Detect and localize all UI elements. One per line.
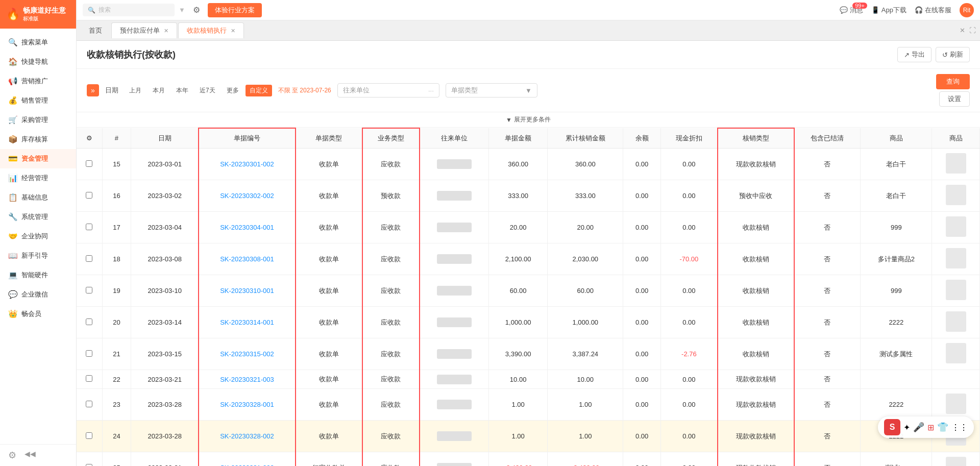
sidebar-item-purchase[interactable]: 🛒 采购管理 xyxy=(0,110,76,130)
cell-checkbox[interactable] xyxy=(77,149,102,180)
bill-type-filter[interactable]: 单据类型 ▼ xyxy=(446,83,537,97)
bill-no-link-21[interactable]: SK-20230315-002 xyxy=(220,350,274,358)
cell-checkbox[interactable] xyxy=(77,275,102,307)
grid-icon[interactable]: ⊞ xyxy=(927,423,934,432)
row-checkbox-21[interactable] xyxy=(86,350,92,357)
apps-icon[interactable]: ⋮⋮ xyxy=(951,423,968,432)
th-goods2: 商品 xyxy=(932,128,980,149)
cell-bill-no-15: SK-20230301-002 xyxy=(199,149,295,180)
online-service-btn[interactable]: 🎧 在线客服 xyxy=(915,6,951,15)
expand-conditions-btn[interactable]: ▼ 展开更多条件 xyxy=(506,115,551,124)
bill-no-link-18[interactable]: SK-20230308-001 xyxy=(220,255,274,263)
bill-no-link-23[interactable]: SK-20230328-001 xyxy=(220,401,274,408)
bill-no-link-15[interactable]: SK-20230301-002 xyxy=(220,160,274,168)
tab-writeoff[interactable]: 收款核销执行 ✕ xyxy=(178,22,244,38)
tab-close-all-icon[interactable]: ✕ xyxy=(960,27,965,34)
guide-icon: 📖 xyxy=(8,251,17,260)
custom-date-btn[interactable]: 自定义 xyxy=(246,85,272,96)
row-checkbox-19[interactable] xyxy=(86,287,92,293)
shirt-icon[interactable]: 👕 xyxy=(937,422,948,433)
collapse-icon[interactable]: ◀◀ xyxy=(24,450,36,461)
message-btn[interactable]: 💬 消息 99+ xyxy=(840,6,863,15)
this-month-btn[interactable]: 本月 xyxy=(148,84,169,97)
sidebar-item-sales[interactable]: 💰 销售管理 xyxy=(0,91,76,110)
cell-total-writeoff-25: -2,430.00 xyxy=(548,452,623,467)
row-checkbox-23[interactable] xyxy=(86,401,92,407)
bill-no-link-17[interactable]: SK-20230304-001 xyxy=(220,224,274,231)
online-service-label: 在线客服 xyxy=(925,6,951,15)
topbar-search[interactable]: 🔍 搜索 xyxy=(83,4,175,16)
mic-icon[interactable]: 🎤 xyxy=(913,422,924,433)
row-checkbox-22[interactable] xyxy=(86,375,92,382)
last-7days-btn[interactable]: 近7天 xyxy=(195,84,220,97)
this-year-btn[interactable]: 本年 xyxy=(172,84,193,97)
more-date-btn[interactable]: 更多 xyxy=(222,84,243,97)
sidebar-item-system[interactable]: 🔧 系统管理 xyxy=(0,207,76,227)
cell-checkbox[interactable] xyxy=(77,243,102,275)
row-checkbox-24[interactable] xyxy=(86,432,92,439)
cell-date-21: 2023-03-15 xyxy=(131,338,199,370)
app-download-btn[interactable]: 📱 App下载 xyxy=(871,6,906,15)
bill-no-link-20[interactable]: SK-20230314-001 xyxy=(220,318,274,326)
sidebar-item-hardware[interactable]: 💻 智能硬件 xyxy=(0,265,76,285)
query-btn[interactable]: 查询 xyxy=(936,74,970,89)
refresh-btn[interactable]: ↺ 刷新 xyxy=(936,47,970,62)
sidebar-item-operation[interactable]: 📊 经营管理 xyxy=(0,168,76,188)
row-checkbox-18[interactable] xyxy=(86,255,92,262)
industry-solution-btn[interactable]: 体验行业方案 xyxy=(208,3,262,17)
th-settings[interactable]: ⚙ xyxy=(77,128,102,149)
export-btn[interactable]: ↗ 导出 xyxy=(897,47,932,62)
row-checkbox-15[interactable] xyxy=(86,160,92,167)
cell-bill-amount-16: 333.00 xyxy=(489,180,548,212)
hardware-icon: 💻 xyxy=(8,271,17,280)
star-icon[interactable]: ✦ xyxy=(903,423,910,432)
bill-no-link-16[interactable]: SK-20230302-002 xyxy=(220,192,274,200)
th-bill-type: 单据类型 xyxy=(296,128,362,149)
sidebar-item-marketing[interactable]: 📢 营销推广 xyxy=(0,71,76,91)
bill-no-link-24[interactable]: SK-20230328-002 xyxy=(220,432,274,440)
bill-no-link-19[interactable]: SK-20230310-001 xyxy=(220,287,274,295)
cell-checkbox[interactable] xyxy=(77,212,102,243)
row-checkbox-16[interactable] xyxy=(86,192,92,199)
tab-home[interactable]: 首页 xyxy=(81,23,110,38)
settings-icon[interactable]: ⚙ xyxy=(8,450,16,461)
sidebar-item-member[interactable]: 👑 畅会员 xyxy=(0,304,76,324)
cell-index-20: 20 xyxy=(102,307,131,338)
setting-btn[interactable]: 设置 xyxy=(939,91,970,107)
tab-home-label: 首页 xyxy=(89,26,102,35)
tab-expand-icon[interactable]: ⛶ xyxy=(969,27,976,34)
bill-no-link-25[interactable]: SK-20230331-002 xyxy=(220,464,274,466)
last-month-btn[interactable]: 上月 xyxy=(125,84,146,97)
topbar-gear-btn[interactable]: ⚙ xyxy=(189,3,204,17)
cell-checkbox[interactable] xyxy=(77,452,102,467)
user-avatar[interactable]: Rit xyxy=(960,3,974,17)
sidebar-item-corp[interactable]: 🤝 企业协同 xyxy=(0,227,76,246)
sidebar-item-guide[interactable]: 📖 新手引导 xyxy=(0,246,76,265)
cell-checkbox[interactable] xyxy=(77,338,102,370)
row-checkbox-17[interactable] xyxy=(86,224,92,230)
cell-total-writeoff-18: 2,030.00 xyxy=(548,243,623,275)
partner-filter[interactable]: 往来单位 ··· xyxy=(337,83,439,97)
bill-no-link-22[interactable]: SK-20230321-003 xyxy=(220,376,274,383)
sidebar-item-search[interactable]: 🔍 搜索菜单 xyxy=(0,33,76,52)
sidebar-item-wechat[interactable]: 💬 企业微信 xyxy=(0,285,76,304)
cell-index-18: 18 xyxy=(102,243,131,275)
cell-writeoff-type-18: 收款核销 xyxy=(718,243,794,275)
row-checkbox-25[interactable] xyxy=(86,464,92,467)
cell-biz-type-15: 应收款 xyxy=(362,149,420,180)
cell-checkbox[interactable] xyxy=(77,389,102,421)
cell-checkbox[interactable] xyxy=(77,421,102,452)
tab-prepayment[interactable]: 预付款应付单 ✕ xyxy=(111,22,177,38)
sidebar-item-quicknav[interactable]: 🏠 快捷导航 xyxy=(0,52,76,71)
cell-checkbox[interactable] xyxy=(77,370,102,389)
row-checkbox-20[interactable] xyxy=(86,318,92,325)
sidebar-item-basic[interactable]: 📋 基础信息 xyxy=(0,188,76,207)
cell-checkbox[interactable] xyxy=(77,180,102,212)
sidebar-item-finance[interactable]: 💳 资金管理 xyxy=(0,149,76,168)
sidebar-item-inventory[interactable]: 📦 库存核算 xyxy=(0,130,76,149)
date-range-text: 不限 至 2023-07-26 xyxy=(278,86,331,95)
cell-checkbox[interactable] xyxy=(77,307,102,338)
filter-toggle-btn[interactable]: » xyxy=(87,84,99,96)
tab-writeoff-close[interactable]: ✕ xyxy=(231,28,235,34)
tab-prepayment-close[interactable]: ✕ xyxy=(164,28,168,34)
